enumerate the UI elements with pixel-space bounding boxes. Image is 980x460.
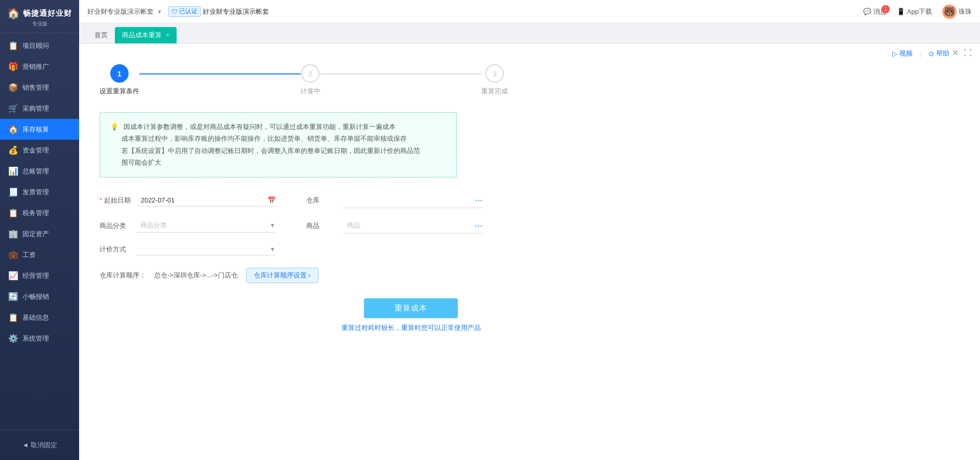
sidebar-item-payroll[interactable]: 💼 工资 — [0, 244, 79, 265]
sidebar-item-accounting[interactable]: 📊 总账管理 — [0, 161, 79, 182]
sidebar-item-label: 资金管理 — [22, 146, 49, 155]
video-label: 视频 — [899, 49, 913, 58]
verified-account-name: 好业财专业版演示帐套 — [203, 7, 269, 16]
sidebar-item-finance[interactable]: 💰 资金管理 — [0, 140, 79, 161]
app-title: 畅捷通好业财 — [23, 9, 72, 18]
app-download-button[interactable]: 📱 App下载 — [897, 7, 932, 16]
step-2-circle: 2 — [301, 64, 320, 83]
step-2: 2 计算中 — [301, 64, 321, 96]
start-date-value: 2022-07-01 — [137, 196, 267, 204]
info-line-2: 成本重算过程中，影响库存账的操作均不能操作，比如进货单、销货单、库存单据不能审核… — [121, 133, 446, 144]
tab-close-icon[interactable]: × — [166, 32, 169, 39]
sidebar-item-sales[interactable]: 📦 销售管理 — [0, 77, 79, 98]
goods-field[interactable]: 商品 ··· — [343, 218, 482, 234]
calendar-icon[interactable]: 📅 — [267, 196, 276, 204]
project-icon: 📋 — [8, 41, 18, 50]
warehouse-field[interactable]: ··· — [343, 193, 482, 208]
goods-row: 商品 商品 ··· — [306, 218, 482, 234]
account-selector[interactable]: 好业财专业版演示帐套 ▼ — [87, 7, 162, 16]
sidebar-item-assets[interactable]: 🏢 固定资产 — [0, 223, 79, 244]
active-tab-label: 商品成本重算 — [122, 31, 162, 40]
sidebar-item-system[interactable]: ⚙️ 系统管理 — [0, 328, 79, 349]
start-date-field: 2022-07-01 📅 — [137, 194, 276, 207]
avatar: 🐻 — [942, 5, 957, 19]
tab-home[interactable]: 首页 — [87, 27, 115, 43]
help-link[interactable]: ⊙ 帮助 — [928, 49, 949, 58]
payroll-icon: 💼 — [8, 250, 18, 260]
help-divider: | — [920, 50, 921, 58]
step-3-label: 重算完成 — [481, 87, 508, 96]
form-grid: * 起始日期 2022-07-01 📅 仓库 ··· — [100, 193, 482, 255]
recalc-section: 重算成本 重算过程耗时较长，重算时您可以正常使用产品 — [100, 298, 722, 333]
phone-icon: 📱 — [897, 8, 905, 15]
main-area: 好业财专业版演示帐套 ▼ 🛡 已认证 好业财专业版演示帐套 💬 消息 1 📱 A… — [79, 0, 980, 460]
goods-dots-button[interactable]: ··· — [471, 220, 482, 231]
sidebar-item-label: 税务管理 — [22, 209, 49, 218]
sidebar-item-project[interactable]: 📋 项目顾问 — [0, 35, 79, 56]
sidebar-nav: 📋 项目顾问 🎁 营销推广 📦 销售管理 🛒 采购管理 🏠 库存核算 💰 资金管… — [0, 33, 79, 430]
step-1-circle: 1 — [110, 64, 129, 83]
info-text-2: 成本重算过程中，影响库存账的操作均不能操作，比如进货单、销货单、库存单据不能审核… — [121, 135, 407, 142]
expense-icon: 🔄 — [8, 292, 18, 301]
operations-icon: 📈 — [8, 271, 18, 280]
home-tab-label: 首页 — [94, 31, 108, 40]
step-2-label: 计算中 — [301, 87, 321, 96]
sidebar-item-basic[interactable]: 📋 基础信息 — [0, 307, 79, 328]
avatar-icon: 🐻 — [944, 6, 955, 17]
sidebar-item-inventory[interactable]: 🏠 库存核算 — [0, 119, 79, 140]
goods-label: 商品 — [306, 221, 337, 231]
sidebar-item-tax[interactable]: 📋 税务管理 — [0, 202, 79, 223]
sidebar-item-marketing[interactable]: 🎁 营销推广 — [0, 56, 79, 77]
recalc-button[interactable]: 重算成本 — [364, 298, 458, 318]
play-icon: ▷ — [892, 50, 897, 58]
message-icon: 💬 — [863, 8, 871, 15]
help-label: 帮助 — [936, 49, 949, 58]
sidebar-item-operations[interactable]: 📈 经营管理 — [0, 265, 79, 286]
user-avatar-button[interactable]: 🐻 珠珠 — [942, 5, 972, 19]
close-window-button[interactable]: ✕ — [952, 48, 959, 58]
pricing-chevron-icon: ▼ — [270, 246, 276, 253]
info-icon: 💡 — [110, 123, 118, 131]
tab-recalc[interactable]: 商品成本重算 × — [115, 27, 177, 43]
sidebar-item-label: 营销推广 — [22, 62, 49, 71]
step-2-number: 2 — [308, 69, 312, 78]
sidebar-item-purchase[interactable]: 🛒 采购管理 — [0, 98, 79, 119]
warehouse-dots-button[interactable]: ··· — [471, 195, 482, 206]
sidebar-item-label: 经营管理 — [22, 271, 49, 280]
recalc-btn-label: 重算成本 — [395, 303, 427, 312]
sidebar-item-label: 系统管理 — [22, 334, 49, 343]
verified-section: 🛡 已认证 好业财专业版演示帐套 — [168, 6, 269, 17]
warehouse-order-setting-button[interactable]: 仓库计算顺序设置 › — [246, 268, 318, 283]
message-button[interactable]: 💬 消息 1 — [863, 7, 887, 16]
info-text-1: 因成本计算参数调整，或是对商品成本有疑问时，可以通过成本重算功能，重新计算一遍成… — [124, 123, 396, 131]
sidebar-item-label: 基础信息 — [22, 313, 49, 322]
tax-icon: 📋 — [8, 208, 18, 218]
topbar-actions: 💬 消息 1 📱 App下载 🐻 珠珠 — [863, 5, 972, 19]
verified-label: 已认证 — [179, 7, 198, 16]
start-date-label: * 起始日期 — [100, 196, 131, 205]
sidebar-bottom: ◄ 取消固定 — [0, 430, 79, 460]
content-area: ✕ ⛶ ▷ 视频 | ⊙ 帮助 1 设置重算条件 — [79, 44, 980, 460]
sidebar-item-label: 项目顾问 — [22, 41, 49, 50]
sidebar-item-expense[interactable]: 🔄 小畅报销 — [0, 286, 79, 307]
sidebar-item-label: 销售管理 — [22, 83, 49, 92]
pricing-field[interactable]: ▼ — [136, 244, 276, 255]
help-links: ▷ 视频 | ⊙ 帮助 — [892, 49, 949, 58]
video-link[interactable]: ▷ 视频 — [892, 49, 913, 58]
step-1: 1 设置重算条件 — [100, 64, 139, 96]
steps-wizard: 1 设置重算条件 2 计算中 3 重算完成 — [100, 59, 508, 96]
cancel-fixed-button[interactable]: ◄ 取消固定 — [0, 436, 79, 455]
maximize-window-button[interactable]: ⛶ — [964, 48, 972, 58]
inventory-icon: 🏠 — [8, 124, 18, 134]
sidebar-item-invoice[interactable]: 🧾 发票管理 — [0, 182, 79, 202]
accounting-icon: 📊 — [8, 166, 18, 176]
assets-icon: 🏢 — [8, 229, 18, 239]
step-3-circle: 3 — [485, 64, 504, 83]
category-field[interactable]: 商品分类 ▼ — [136, 219, 276, 233]
warehouse-label: 仓库 — [306, 196, 337, 205]
pricing-label: 计价方式 — [100, 245, 130, 254]
shield-icon: 🛡 — [172, 8, 178, 15]
dropdown-icon: ▼ — [157, 9, 162, 15]
app-download-label: App下载 — [907, 7, 932, 16]
info-box: 💡 因成本计算参数调整，或是对商品成本有疑问时，可以通过成本重算功能，重新计算一… — [100, 112, 457, 177]
